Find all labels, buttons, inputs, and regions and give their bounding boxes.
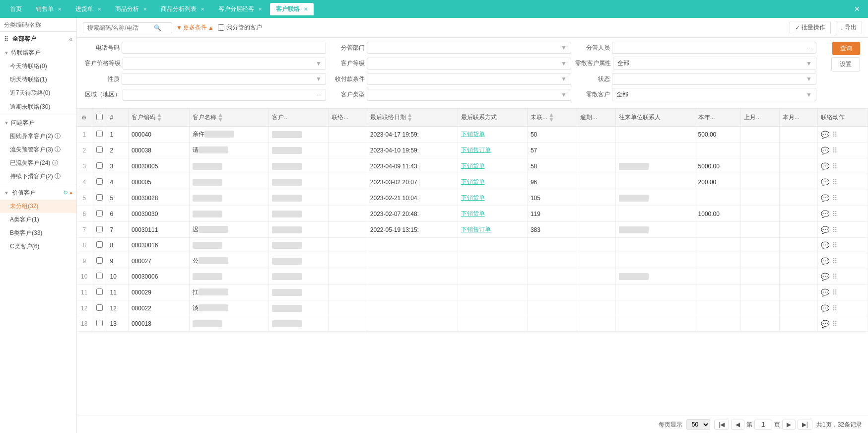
- sidebar-item-classA[interactable]: A类客户(1): [0, 213, 76, 226]
- tab-sales[interactable]: 销售单 ✕: [30, 3, 67, 15]
- filter-search-icon[interactable]: 🔍: [154, 24, 161, 31]
- sidebar-item-unscored[interactable]: 未分组(32): [0, 200, 76, 213]
- last-method-link[interactable]: 下销售订单: [461, 146, 491, 153]
- row-checkbox-cell[interactable]: [92, 238, 107, 253]
- row-checkbox[interactable]: [96, 226, 103, 232]
- export-btn[interactable]: ↓ 导出: [835, 21, 862, 34]
- close-purchase-icon[interactable]: ✕: [97, 6, 101, 12]
- chat-icon[interactable]: 💬: [821, 273, 829, 281]
- col-name[interactable]: 客户名称 ▲▼: [190, 109, 269, 127]
- row-checkbox[interactable]: [96, 178, 103, 185]
- status-select[interactable]: ▼: [612, 73, 816, 85]
- more-filters-btn[interactable]: ▼ 更多条件 ▲: [176, 23, 214, 32]
- chat-icon[interactable]: 💬: [821, 146, 829, 154]
- sidebar-item-abnormal[interactable]: 囤购异常客户(2) ⓘ: [0, 130, 76, 143]
- chat-icon[interactable]: 💬: [821, 210, 829, 218]
- customer-type-select[interactable]: ▼: [367, 89, 571, 101]
- row-checkbox[interactable]: [96, 131, 103, 137]
- tab-customer-segment[interactable]: 客户分层经客 ✕: [212, 3, 268, 15]
- region-select[interactable]: ···: [123, 89, 326, 101]
- last-method-link[interactable]: 下销货单: [461, 162, 485, 169]
- retail-customer-select[interactable]: 全部 ▼: [612, 88, 816, 101]
- row-checkbox[interactable]: [96, 289, 103, 295]
- reset-btn[interactable]: 设置: [831, 57, 860, 72]
- chat-icon[interactable]: 💬: [821, 289, 829, 296]
- col-settings[interactable]: ⚙: [77, 109, 92, 127]
- row-checkbox[interactable]: [96, 162, 103, 169]
- row-checkbox[interactable]: [96, 146, 103, 153]
- chat-icon[interactable]: 💬: [821, 257, 829, 265]
- customer-level-select[interactable]: ▼: [367, 58, 571, 70]
- row-checkbox[interactable]: [96, 273, 103, 279]
- grid-action-icon[interactable]: ⠿: [832, 257, 837, 265]
- tab-product-analysis[interactable]: 商品分析 ✕: [109, 3, 153, 15]
- sidebar-item-classC[interactable]: C类客户(6): [0, 240, 76, 253]
- row-checkbox[interactable]: [96, 320, 103, 326]
- grid-action-icon[interactable]: ⠿: [832, 178, 837, 186]
- select-all-checkbox[interactable]: [96, 114, 103, 120]
- next-page-btn[interactable]: ▶: [782, 420, 796, 430]
- query-btn[interactable]: 查询: [832, 42, 860, 55]
- grid-action-icon[interactable]: ⠿: [832, 273, 837, 281]
- chat-icon[interactable]: 💬: [821, 178, 829, 186]
- first-page-btn[interactable]: |◀: [714, 420, 729, 430]
- sidebar-item-churn-risk[interactable]: 流失预警客户(3) ⓘ: [0, 143, 76, 156]
- row-checkbox-cell[interactable]: [92, 190, 107, 206]
- row-checkbox-cell[interactable]: [92, 158, 107, 174]
- sidebar-item-overdue[interactable]: 逾期未联络(30): [0, 100, 76, 114]
- dept-select[interactable]: ▼: [367, 42, 571, 54]
- close-sales-icon[interactable]: ✕: [58, 6, 62, 12]
- close-customer-segment-icon[interactable]: ✕: [258, 6, 262, 12]
- grid-action-icon[interactable]: ⠿: [832, 210, 837, 218]
- close-customer-contact-icon[interactable]: ✕: [304, 6, 308, 12]
- row-checkbox-cell[interactable]: [92, 143, 107, 158]
- my-customers-checkbox[interactable]: 我分管的客户: [218, 23, 262, 32]
- sidebar-item-today[interactable]: 今天待联络(0): [0, 60, 76, 73]
- manager-select[interactable]: ···: [612, 42, 816, 54]
- row-checkbox[interactable]: [96, 210, 103, 216]
- chat-icon[interactable]: 💬: [821, 320, 829, 328]
- sidebar-group-problem[interactable]: ▼ 问题客户: [0, 116, 76, 130]
- tab-customer-contact[interactable]: 客户联络 ✕: [270, 3, 314, 15]
- col-code[interactable]: 客户编码 ▲▼: [128, 109, 189, 127]
- close-product-list-icon[interactable]: ✕: [200, 6, 204, 12]
- last-method-link[interactable]: 下销货单: [461, 194, 485, 201]
- row-checkbox-cell[interactable]: [92, 285, 107, 300]
- sidebar-group-pending[interactable]: ▼ 待联络客户: [0, 46, 76, 60]
- row-checkbox[interactable]: [96, 194, 103, 201]
- settings-icon[interactable]: ⚙: [81, 114, 87, 121]
- grid-action-icon[interactable]: ⠿: [832, 194, 837, 202]
- sidebar-item-week[interactable]: 近7天待联络(0): [0, 86, 76, 100]
- grid-action-icon[interactable]: ⠿: [832, 162, 837, 170]
- last-method-link[interactable]: 下销货单: [461, 178, 485, 185]
- row-checkbox[interactable]: [96, 257, 103, 264]
- chat-icon[interactable]: 💬: [821, 162, 829, 170]
- nature-select[interactable]: ▼: [122, 73, 326, 85]
- batch-operation-btn[interactable]: ✓ 批量操作: [790, 21, 831, 34]
- grid-action-icon[interactable]: ⠿: [832, 289, 837, 296]
- window-close-icon[interactable]: ✕: [850, 3, 864, 15]
- my-customers-check[interactable]: [218, 24, 224, 31]
- last-method-link[interactable]: 下销售订单: [461, 226, 491, 233]
- row-checkbox-cell[interactable]: [92, 300, 107, 316]
- page-size-select[interactable]: 50: [686, 419, 710, 430]
- grid-action-icon[interactable]: ⠿: [832, 241, 837, 249]
- tab-home[interactable]: 首页: [4, 3, 28, 15]
- last-method-link[interactable]: 下销货单: [461, 131, 485, 138]
- row-checkbox[interactable]: [96, 241, 103, 248]
- col-last-date[interactable]: 最后联络日期 ▲▼: [367, 109, 458, 127]
- prev-page-btn[interactable]: ◀: [731, 420, 744, 430]
- page-number-input[interactable]: [754, 420, 772, 430]
- close-product-analysis-icon[interactable]: ✕: [143, 6, 147, 12]
- retail-attr-select[interactable]: 全部 ▼: [613, 57, 816, 70]
- grid-action-icon[interactable]: ⠿: [832, 320, 837, 328]
- collapse-arrow-icon[interactable]: «: [69, 36, 72, 43]
- col-checkbox[interactable]: [92, 109, 107, 127]
- grid-action-icon[interactable]: ⠿: [832, 226, 837, 234]
- row-checkbox-cell[interactable]: [92, 206, 107, 222]
- payment-select[interactable]: ▼: [367, 73, 571, 85]
- tab-product-list[interactable]: 商品分析列表 ✕: [155, 3, 210, 15]
- last-page-btn[interactable]: ▶|: [798, 420, 812, 430]
- grid-action-icon[interactable]: ⠿: [832, 304, 837, 312]
- chat-icon[interactable]: 💬: [821, 131, 829, 139]
